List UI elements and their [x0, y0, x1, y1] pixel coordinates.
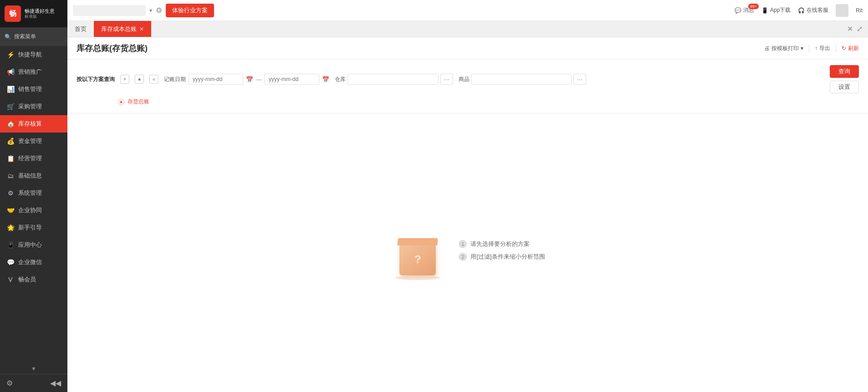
sidebar-item-sales[interactable]: 📊 销售管理 [0, 81, 67, 98]
sidebar-item-marketing[interactable]: 📢 营销推广 [0, 63, 67, 81]
scheme-item[interactable]: ● 存货总账 [113, 96, 154, 107]
sidebar-item-funds[interactable]: 💰 资金管理 [0, 132, 67, 150]
refresh-label: 刷新 [848, 45, 859, 52]
inventory-icon: 🏠 [6, 120, 15, 127]
message-action[interactable]: 💬 消息 99+ [735, 6, 754, 14]
empty-box [399, 244, 436, 275]
scheme-area: ● 存货总账 [77, 93, 859, 107]
content-wrapper: 库存总账(存货总账) 🖨 按模板打印 ▾ ↑ 导出 ↻ 刷新 [67, 37, 868, 392]
sidebar-item-member[interactable]: V 畅会员 [0, 271, 67, 288]
empty-step-1: 1 请先选择要分析的方案 [459, 240, 545, 248]
sidebar-item-enterprise[interactable]: 🤝 企业协同 [0, 202, 67, 219]
refresh-button[interactable]: ↻ 刷新 [842, 45, 859, 52]
sidebar-item-purchase[interactable]: 🛒 采购管理 [0, 98, 67, 115]
page-header: 库存总账(存货总账) 🖨 按模板打印 ▾ ↑ 导出 ↻ 刷新 [67, 37, 868, 60]
step-1-text: 请先选择要分析的方案 [470, 240, 530, 248]
sidebar-item-operations[interactable]: 📋 经营管理 [0, 150, 67, 167]
sidebar-item-label: 库存核算 [18, 120, 42, 128]
warehouse-more-button[interactable]: ··· [440, 74, 453, 85]
tab-close-panel-icon[interactable]: ✕ [847, 25, 853, 33]
filter-add-button[interactable]: + [120, 75, 129, 84]
sidebar-item-label: 快捷导航 [18, 51, 42, 59]
calendar-end-icon[interactable]: 📅 [322, 76, 329, 83]
product-more-button[interactable]: ··· [573, 74, 586, 85]
filter-collapse-button[interactable]: « [149, 75, 158, 84]
appcenter-icon: 📱 [6, 241, 15, 249]
purchase-icon: 🛒 [6, 103, 15, 110]
trial-btn[interactable]: 体验行业方案 [166, 4, 214, 17]
warehouse-input[interactable] [347, 74, 439, 85]
nav-path-input[interactable] [73, 5, 146, 16]
basic-icon: 🗂 [6, 172, 15, 179]
logo-badge: 标准版 [25, 14, 55, 20]
tabbar: 首页 库存成本总账 ✕ ✕ ⤢ [67, 21, 868, 37]
tab-inventory-ledger[interactable]: 库存成本总账 ✕ [94, 21, 151, 37]
empty-state: 1 请先选择要分析的方案 2 用[过滤]条件来缩小分析范围 [67, 113, 868, 392]
tab-inventory-ledger-label: 库存成本总账 [101, 25, 137, 33]
filter-warehouse-field: 仓库 ··· [335, 74, 453, 85]
export-icon: ↑ [815, 45, 817, 51]
avatar [836, 4, 848, 17]
sidebar-search-area[interactable]: 🔍 搜索菜单 [0, 27, 67, 46]
scroll-down-arrow[interactable]: ▼ [31, 366, 36, 372]
filter-clear-button[interactable]: ● [135, 75, 144, 84]
wechat-icon: 💬 [6, 259, 15, 266]
sidebar-footer: ⚙ ◀◀ [0, 374, 67, 392]
app-download-label: App下载 [770, 6, 791, 14]
empty-shadow [395, 275, 440, 280]
page-header-actions: 🖨 按模板打印 ▾ ↑ 导出 ↻ 刷新 [764, 45, 859, 52]
sidebar-item-label: 销售管理 [18, 85, 42, 93]
enterprise-icon: 🤝 [6, 207, 15, 214]
filter-action-buttons: 查询 设置 [830, 65, 859, 93]
sidebar-item-appcenter[interactable]: 📱 应用中心 [0, 236, 67, 254]
nav-dropdown-icon[interactable]: ▾ [149, 7, 152, 14]
step-1-num: 1 [459, 240, 467, 248]
logo-icon: 畅 [5, 5, 21, 22]
date-end-input[interactable] [265, 74, 319, 85]
sidebar-item-label: 系统管理 [18, 189, 42, 197]
calendar-start-icon[interactable]: 📅 [246, 76, 253, 83]
sidebar-item-label: 企业协同 [18, 206, 42, 214]
sidebar-item-inventory[interactable]: 🏠 库存核算 [0, 115, 67, 132]
system-icon: ⚙ [6, 189, 15, 197]
headset-icon: 🎧 [798, 7, 805, 14]
empty-illustration [390, 225, 445, 280]
tab-resize-icon[interactable]: ⤢ [857, 25, 863, 33]
sidebar: 畅 畅捷通好生意 标准版 🔍 搜索菜单 ⚡ 快捷导航 📢 营销推广 📊 销售管理… [0, 0, 67, 392]
sidebar-item-wechat[interactable]: 💬 企业微信 [0, 254, 67, 271]
sidebar-item-basic[interactable]: 🗂 基础信息 [0, 167, 67, 184]
settings-footer-icon[interactable]: ⚙ [6, 379, 13, 387]
print-label: 按模板打印 [771, 45, 799, 52]
topbar-gear-icon[interactable]: ⚙ [156, 6, 162, 15]
sidebar-item-label: 应用中心 [18, 241, 42, 249]
print-button[interactable]: 🖨 按模板打印 ▾ [764, 45, 803, 52]
sidebar-logo: 畅 畅捷通好生意 标准版 [0, 0, 67, 27]
settings-button[interactable]: 设置 [830, 81, 859, 93]
app-download-action[interactable]: 📱 App下载 [761, 6, 791, 14]
shortcut-icon: ⚡ [6, 51, 15, 58]
sidebar-item-shortcut[interactable]: ⚡ 快捷导航 [0, 46, 67, 63]
query-button[interactable]: 查询 [830, 65, 859, 78]
logo-name: 畅捷通好生意 [25, 8, 55, 14]
export-label: 导出 [819, 45, 830, 52]
sidebar-item-label: 营销推广 [18, 68, 42, 76]
collapse-footer-icon[interactable]: ◀◀ [50, 379, 61, 387]
operations-icon: 📋 [6, 155, 15, 162]
online-service-action[interactable]: 🎧 在线客服 [798, 6, 828, 14]
sidebar-scroll-down[interactable]: ▼ [0, 364, 67, 374]
product-input[interactable] [471, 74, 572, 85]
refresh-icon: ↻ [842, 45, 846, 51]
tab-home[interactable]: 首页 [67, 21, 94, 37]
date-start-input[interactable] [189, 74, 243, 85]
sidebar-item-system[interactable]: ⚙ 系统管理 [0, 184, 67, 202]
step-2-text: 用[过滤]条件来缩小分析范围 [470, 253, 545, 261]
sidebar-item-newbie[interactable]: 🌟 新手引导 [0, 219, 67, 236]
filter-row: 按以下方案查询 + ● « 记账日期 📅 — 📅 仓库 ··· [77, 65, 859, 93]
filter-section-label: 按以下方案查询 [77, 76, 115, 83]
search-menu-button[interactable]: 🔍 搜索菜单 [5, 31, 63, 42]
user-avatar[interactable] [836, 4, 848, 17]
tab-close-icon[interactable]: ✕ [139, 26, 144, 32]
page-title: 库存总账(存货总账) [77, 43, 148, 54]
export-button[interactable]: ↑ 导出 [815, 45, 830, 52]
print-dropdown-icon[interactable]: ▾ [801, 45, 803, 51]
